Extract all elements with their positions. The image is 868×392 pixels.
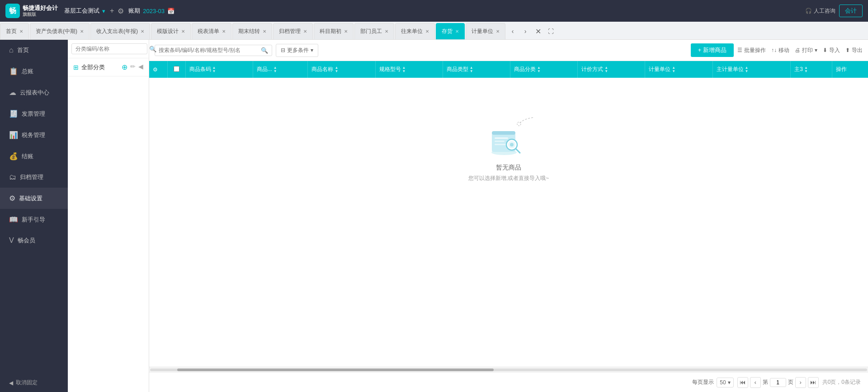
horizontal-scrollbar[interactable] — [149, 367, 868, 372]
tab-close-icon[interactable]: ✕ — [80, 29, 84, 34]
category-panel: 🔍 ⊞ 全部分类 ⊕ ✏ ◀ — [68, 40, 149, 392]
th-settings[interactable]: ⚙ — [149, 61, 167, 78]
invoice-icon: 🧾 — [9, 109, 18, 118]
tab-prev-button[interactable]: ‹ — [506, 23, 519, 39]
filter-button[interactable]: ⊟ 更多条件 ▾ — [276, 44, 318, 57]
sidebar-label-ledger: 总账 — [22, 67, 33, 76]
tab-close-icon[interactable]: ✕ — [19, 29, 23, 34]
tab-close-icon[interactable]: ✕ — [303, 29, 307, 34]
edit-category-icon[interactable]: ✏ — [130, 63, 136, 71]
print-action-button[interactable]: 🖨 打印 ▾ — [795, 47, 817, 54]
tab-department[interactable]: 部门员工 ✕ — [354, 23, 394, 39]
tab-close-icon[interactable]: ✕ — [496, 29, 500, 34]
page-size-dropdown[interactable]: 50 ▾ — [717, 378, 733, 387]
all-category-label[interactable]: 全部分类 — [81, 63, 105, 71]
page-number-input[interactable] — [770, 378, 786, 387]
tab-archive[interactable]: 归档管理 ✕ — [273, 23, 313, 39]
sidebar-item-reports[interactable]: ☁ 云报表中心 — [0, 82, 68, 103]
th-price-method[interactable]: 计价方式 ▲▼ — [578, 61, 645, 78]
tab-close-icon[interactable]: ✕ — [425, 29, 429, 34]
tab-template[interactable]: 模版设计 ✕ — [151, 23, 191, 39]
product-search-input[interactable] — [159, 47, 258, 53]
tab-close-icon[interactable]: ✕ — [181, 29, 185, 34]
category-search-input[interactable] — [71, 43, 147, 54]
tab-expand-button[interactable]: ⛶ — [544, 23, 557, 39]
search-submit-icon[interactable]: 🔍 — [261, 47, 268, 54]
period-info: 账期 2023-03 📅 — [128, 7, 175, 15]
import-action-button[interactable]: ⬇ 导入 — [823, 47, 840, 54]
tab-close-icon[interactable]: ✕ — [385, 29, 388, 34]
th-barcode[interactable]: 商品条码 ▲▼ — [185, 61, 253, 78]
page-last-button[interactable]: ⏭ — [808, 377, 819, 388]
th-actions: 操作 — [832, 61, 868, 78]
add-category-icon[interactable]: ⊕ — [122, 63, 127, 71]
th-code[interactable]: 商品... ▲▼ — [253, 61, 308, 78]
account-button[interactable]: 会计 — [839, 5, 863, 17]
page-next-button[interactable]: › — [795, 377, 806, 388]
settings-icon[interactable]: ⚙ — [118, 7, 124, 15]
page-nav: ⏮ ‹ 第 页 › ⏭ — [737, 377, 819, 388]
th-unit[interactable]: 计量单位 ▲▼ — [645, 61, 712, 78]
page-first-button[interactable]: ⏮ — [737, 377, 748, 388]
sidebar-item-home[interactable]: ⌂ 首页 — [0, 40, 68, 61]
search-box: 🔍 — [155, 45, 272, 56]
sidebar-label-settings: 基础设置 — [19, 194, 42, 203]
sidebar-item-archive[interactable]: 🗂 归档管理 — [0, 167, 68, 188]
tab-subject-init[interactable]: 科目期初 ✕ — [314, 23, 354, 39]
tab-close-icon[interactable]: ✕ — [263, 29, 266, 34]
sort-arrows-category: ▲▼ — [537, 66, 541, 73]
calendar-icon[interactable]: 📅 — [167, 8, 175, 14]
th-checkbox[interactable] — [167, 61, 185, 78]
tab-period-close[interactable]: 期末结转 ✕ — [232, 23, 272, 39]
plus-icon[interactable]: + — [110, 7, 114, 15]
th-name[interactable]: 商品名称 ▲▼ — [308, 61, 375, 78]
tab-balance-sheet[interactable]: 资产负债表(中期) ✕ — [30, 23, 90, 39]
content-area: 🔍 ⊞ 全部分类 ⊕ ✏ ◀ 🔍 — [68, 40, 868, 392]
th-col3[interactable]: 主3 ▲▼ — [791, 61, 832, 78]
sort-arrows-unit: ▲▼ — [672, 66, 675, 73]
th-category[interactable]: 商品分类 ▲▼ — [510, 61, 577, 78]
scrollbar-thumb[interactable] — [177, 368, 494, 371]
home-icon: ⌂ — [9, 46, 14, 54]
dropdown-arrow-icon[interactable]: ▾ — [102, 8, 105, 14]
collapse-icon[interactable]: ◀ — [138, 63, 143, 71]
sidebar-item-settlement[interactable]: 💰 结账 — [0, 146, 68, 167]
th-spec[interactable]: 规格型号 ▲▼ — [375, 61, 443, 78]
batch-action-button[interactable]: ☰ 批量操作 — [737, 47, 766, 54]
customer-service-button[interactable]: 🎧 人工咨询 — [805, 7, 835, 15]
sidebar-item-member[interactable]: V 畅会员 — [0, 230, 68, 251]
chevron-down-icon: ▾ — [311, 47, 313, 53]
move-action-button[interactable]: ↑↓ 移动 — [771, 47, 789, 54]
tab-close-icon[interactable]: ✕ — [222, 29, 226, 34]
tab-inventory[interactable]: 存货 ✕ — [436, 23, 465, 39]
tab-income-report[interactable]: 收入支出表(年报) ✕ — [90, 23, 150, 39]
sidebar-item-ledger[interactable]: 📋 总账 — [0, 61, 68, 82]
tab-tax-list[interactable]: 税表清单 ✕ — [192, 23, 231, 39]
tab-unit[interactable]: 计量单位 ✕ — [466, 23, 505, 39]
th-main-unit[interactable]: 主计量单位 ▲▼ — [712, 61, 791, 78]
tab-next-button[interactable]: › — [519, 23, 532, 39]
tab-close-all-button[interactable]: ✕ — [532, 23, 544, 39]
add-product-button[interactable]: + 新增商品 — [691, 43, 734, 57]
empty-state: 暂无商品 您可以选择新增,或者直接导入哦~ — [149, 78, 868, 218]
tab-bar: 首页 ✕ 资产负债表(中期) ✕ 收入支出表(年报) ✕ 模版设计 ✕ 税表清单… — [0, 22, 868, 40]
sidebar-item-tax[interactable]: 📊 税务管理 — [0, 124, 68, 146]
sidebar-item-guide[interactable]: 📖 新手引导 — [0, 209, 68, 230]
tab-close-icon[interactable]: ✕ — [455, 29, 459, 34]
tab-close-icon[interactable]: ✕ — [141, 29, 144, 34]
svg-rect-4 — [495, 137, 508, 139]
unpin-button[interactable]: ◀ 取消固定 — [0, 373, 68, 392]
page-total: 共0页，0条记录 — [822, 378, 861, 386]
tab-close-icon[interactable]: ✕ — [344, 29, 348, 34]
tab-contacts[interactable]: 往来单位 ✕ — [395, 23, 435, 39]
export-action-button[interactable]: ⬆ 导出 — [845, 47, 863, 54]
toolbar-right: ☰ 批量操作 ↑↓ 移动 🖨 打印 ▾ ⬇ — [737, 47, 863, 54]
sidebar-item-settings[interactable]: ⚙ 基础设置 — [0, 188, 68, 209]
page-prev-button[interactable]: ‹ — [750, 377, 761, 388]
th-type[interactable]: 商品类型 ▲▼ — [443, 61, 510, 78]
sort-arrows-barcode: ▲▼ — [212, 66, 216, 73]
select-all-checkbox[interactable] — [174, 66, 179, 72]
sidebar-item-invoice[interactable]: 🧾 发票管理 — [0, 103, 68, 124]
tab-home[interactable]: 首页 ✕ — [0, 23, 29, 39]
scrollbar-track — [150, 368, 867, 371]
